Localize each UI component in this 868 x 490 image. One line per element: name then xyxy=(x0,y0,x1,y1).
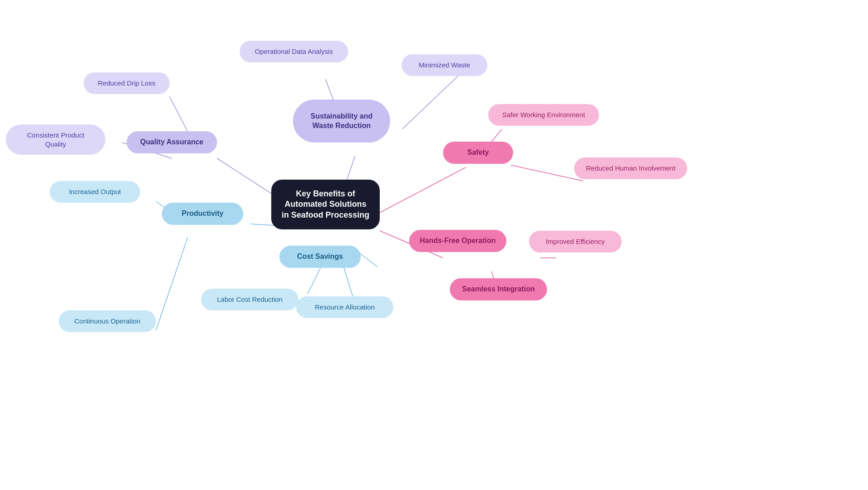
minimized-waste-node: Minimized Waste xyxy=(401,54,487,76)
resource-allocation-node: Resource Allocation xyxy=(296,296,393,318)
consistent-product-quality-node: Consistent Product Quality xyxy=(6,124,105,155)
sustainability-node: Sustainability and Waste Reduction xyxy=(293,100,390,143)
svg-line-6 xyxy=(380,167,466,213)
svg-line-16 xyxy=(307,267,321,294)
safety-node: Safety xyxy=(443,142,513,164)
reduced-drip-loss-node: Reduced Drip Loss xyxy=(84,72,170,94)
svg-line-8 xyxy=(511,165,583,181)
quality-assurance-node: Quality Assurance xyxy=(127,131,217,153)
cost-savings-node: Cost Savings xyxy=(279,246,361,268)
continuous-operation-node: Continuous Operation xyxy=(59,310,156,332)
center-node: Key Benefits of Automated Solutions in S… xyxy=(271,180,380,229)
svg-line-14 xyxy=(156,238,188,330)
increased-output-node: Increased Output xyxy=(50,181,140,203)
labor-cost-node: Labor Cost Reduction xyxy=(201,289,298,310)
productivity-node: Productivity xyxy=(162,203,243,225)
seamless-integration-node: Seamless Integration xyxy=(450,278,547,300)
operational-data-node: Operational Data Analysis xyxy=(240,41,348,62)
improved-efficiency-node: Improved Efficiency xyxy=(529,231,622,252)
svg-line-5 xyxy=(402,76,458,129)
hands-free-node: Hands-Free Operation xyxy=(409,230,506,252)
reduced-human-node: Reduced Human Involvement xyxy=(574,157,687,179)
safer-working-node: Safer Working Environment xyxy=(488,104,599,126)
